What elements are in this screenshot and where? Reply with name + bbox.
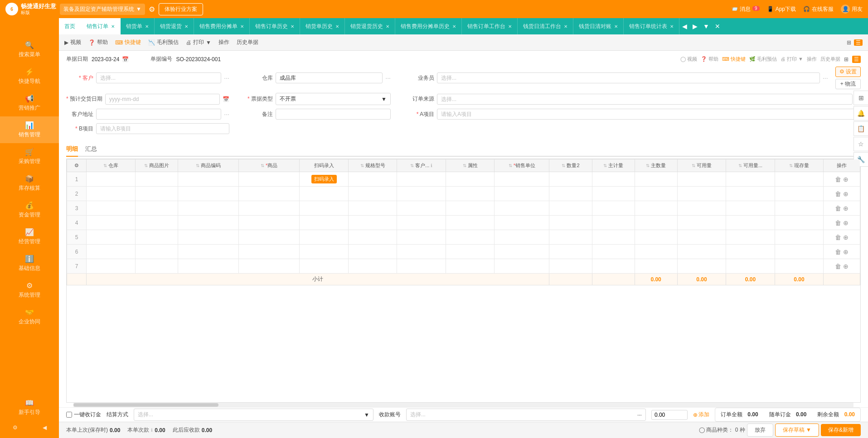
sidebar-item-quick-nav[interactable]: ⚡ 快捷导航 <box>0 63 59 90</box>
tab-sales-order-history[interactable]: 销售订单历史 ✕ <box>250 18 300 34</box>
row2-spec[interactable] <box>348 187 397 201</box>
row1-customer-code[interactable] <box>397 172 446 187</box>
tab-close-sales-order[interactable]: ✕ <box>111 24 115 29</box>
row7-copy-button[interactable]: ⊕ <box>843 263 849 270</box>
row7-delete-button[interactable]: 🗑 <box>835 263 841 270</box>
row2-delete-button[interactable]: 🗑 <box>835 190 841 197</box>
tab-summary[interactable]: 汇总 <box>85 142 97 157</box>
tab-close-cash-workbench[interactable]: ✕ <box>564 24 567 29</box>
toolbar-view[interactable]: ▶ 视频 <box>64 39 81 46</box>
solution-button[interactable]: 体验行业方案 <box>159 3 203 15</box>
save-draft-button[interactable]: 保存草稿 ▼ <box>775 424 819 437</box>
row2-sales-unit[interactable] <box>495 187 549 201</box>
sidebar-item-enterprise[interactable]: 🤝 企业协同 <box>0 303 59 330</box>
tab-detail[interactable]: 明细 <box>66 142 78 157</box>
sidebar-item-purchase[interactable]: 🛒 采购管理 <box>0 143 59 170</box>
help-label[interactable]: ❓ 帮助 <box>701 56 718 63</box>
toolbar-help[interactable]: ❓ 帮助 <box>88 39 108 46</box>
row1-delete-button[interactable]: 🗑 <box>835 176 841 183</box>
row4-delete-button[interactable]: 🗑 <box>835 219 841 226</box>
sidebar-item-search[interactable]: 🔍 搜索菜单 <box>0 36 59 63</box>
toolbar-operation[interactable]: 操作 <box>218 39 229 46</box>
row2-scan[interactable] <box>300 187 349 201</box>
payment-method-select[interactable]: 选择... ▼ <box>134 409 373 421</box>
row2-sku-code[interactable] <box>178 187 238 201</box>
add-payment-button[interactable]: ⊕ 添加 <box>693 411 709 419</box>
salesperson-input[interactable] <box>437 72 820 83</box>
toolbar-print[interactable]: 🖨 打印 ▼ <box>186 39 211 46</box>
account-select[interactable]: 选择... ··· <box>406 409 646 421</box>
tab-order-workbench[interactable]: 销售订单工作台 ✕ <box>462 18 518 34</box>
tab-sales-report[interactable]: 销售订单统计表 ✕ <box>624 18 679 34</box>
tab-home[interactable]: 首页 <box>59 18 81 34</box>
float-icon-3[interactable]: 📋 <box>853 121 868 136</box>
tab-close-cash-reconcile[interactable]: ✕ <box>614 24 618 29</box>
row2-stock[interactable] <box>775 187 824 201</box>
tab-sales-delivery[interactable]: 销货单 ✕ <box>121 18 155 34</box>
system-settings-icon[interactable]: ⚙ <box>149 5 155 14</box>
tab-close-delivery-history[interactable]: ✕ <box>335 24 339 29</box>
customer-more-button[interactable]: ··· <box>224 74 229 82</box>
warehouse-input[interactable] <box>276 72 383 83</box>
user-menu[interactable]: 👤 用友 <box>841 5 863 14</box>
delivery-calendar-icon[interactable]: 📅 <box>223 96 229 102</box>
tab-close-sales-return[interactable]: ✕ <box>184 24 188 29</box>
row2-image[interactable] <box>135 187 178 201</box>
payment-amount-input[interactable] <box>651 410 688 420</box>
one-click-checkout-checkbox[interactable] <box>66 412 72 418</box>
sidebar-settings-button[interactable]: ⚙ <box>13 424 18 431</box>
row3-delete-button[interactable]: 🗑 <box>835 205 841 212</box>
row2-available[interactable] <box>677 187 726 201</box>
discard-button[interactable]: 放弃 <box>747 424 773 437</box>
sidebar-item-operations[interactable]: 📈 经营管理 <box>0 223 59 250</box>
customer-input[interactable] <box>96 72 221 83</box>
tab-next-button[interactable]: ▶ <box>690 23 700 30</box>
tab-more-button[interactable]: ▼ <box>700 23 712 30</box>
row2-warehouse[interactable] <box>87 187 136 201</box>
row1-product[interactable] <box>239 172 300 187</box>
sidebar-collapse-button[interactable]: ◀ <box>43 424 47 431</box>
b-project-input[interactable] <box>96 123 229 134</box>
sidebar-item-basic-info[interactable]: ℹ️ 基础信息 <box>0 250 59 277</box>
online-service-button[interactable]: 🎧 在线客服 <box>803 5 834 13</box>
delivery-date-input[interactable] <box>105 94 220 105</box>
row1-attribute[interactable] <box>446 172 495 187</box>
system-selector[interactable]: 装备及固定资产辅助管理系统 ▼ <box>60 4 145 15</box>
profit-label[interactable]: 🌿 毛利预估 <box>749 56 777 63</box>
tab-close-return-history[interactable]: ✕ <box>386 24 389 29</box>
tab-fee-split-history[interactable]: 销售费用分摊单历史 ✕ <box>395 18 462 34</box>
row2-copy-button[interactable]: ⊕ <box>843 190 849 197</box>
tab-close-order-workbench[interactable]: ✕ <box>508 24 512 29</box>
settings-button[interactable]: ⚙ 设置 <box>835 67 861 77</box>
tab-close-all-button[interactable]: ✕ <box>712 23 723 30</box>
tab-close-sales-delivery[interactable]: ✕ <box>145 24 149 29</box>
sidebar-item-system[interactable]: ⚙ 系统管理 <box>0 277 59 303</box>
row1-available[interactable] <box>677 172 726 187</box>
tab-close-order-history[interactable]: ✕ <box>291 24 294 29</box>
tab-fee-split[interactable]: 销售费用分摊单 ✕ <box>194 18 250 34</box>
message-button[interactable]: 📨 消息 9 <box>731 5 760 13</box>
col-settings[interactable]: ⚙ <box>67 159 87 172</box>
order-source-input[interactable] <box>437 94 853 105</box>
tab-cash-workbench[interactable]: 钱货日清工作台 ✕ <box>518 18 573 34</box>
row2-attribute[interactable] <box>446 187 495 201</box>
row5-delete-button[interactable]: 🗑 <box>835 234 841 241</box>
salesperson-more-button[interactable]: ··· <box>823 74 828 82</box>
remark-input[interactable] <box>276 109 391 120</box>
tab-delivery-history[interactable]: 销货单历史 ✕ <box>300 18 345 34</box>
tab-close-fee-split-history[interactable]: ✕ <box>452 24 456 29</box>
row4-copy-button[interactable]: ⊕ <box>843 219 849 226</box>
scan-button-1[interactable]: 扫码录入 <box>311 175 337 183</box>
row2-qty2[interactable] <box>549 187 592 201</box>
row1-image[interactable] <box>135 172 178 187</box>
tab-prev-button[interactable]: ◀ <box>679 23 690 30</box>
tab-cash-reconcile[interactable]: 钱货日清对账 ✕ <box>573 18 624 34</box>
warehouse-more-button[interactable]: ··· <box>385 74 391 82</box>
grid-view-icon[interactable]: ⊞ <box>847 39 851 46</box>
grid-icon-right[interactable]: ⊞ <box>844 56 849 63</box>
float-icon-4[interactable]: ☆ <box>853 137 868 151</box>
row1-sales-unit[interactable] <box>495 172 549 187</box>
row2-main-unit[interactable] <box>592 187 635 201</box>
list-view-icon[interactable]: ☰ <box>854 39 863 46</box>
shortcut-label[interactable]: ⌨ 快捷键 <box>722 56 746 63</box>
